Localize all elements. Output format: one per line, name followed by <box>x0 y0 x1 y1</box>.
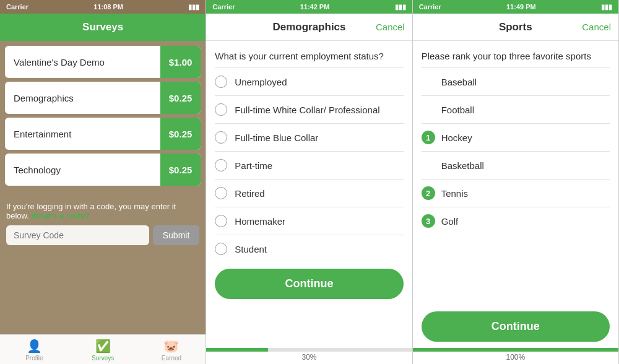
whats-code-link[interactable]: What's a code? <box>32 211 90 220</box>
radio-circle <box>215 187 227 199</box>
tab-earned[interactable]: 🐷 Earned <box>137 339 206 362</box>
continue-button-2[interactable]: Continue <box>215 269 403 299</box>
time-1: 11:08 PM <box>93 3 123 11</box>
rank-label: Basketball <box>441 160 484 171</box>
progress-label-3: 100% <box>413 352 618 364</box>
rank-label: Baseball <box>441 77 477 87</box>
time-3: 11:49 PM <box>506 3 536 11</box>
survey-price: $0.25 <box>160 154 201 186</box>
cancel-button-2[interactable]: Cancel <box>376 22 405 32</box>
nav-bar-3: Sports Cancel <box>413 14 618 41</box>
survey-list-item[interactable]: Demographics$0.25 <box>5 82 201 114</box>
radio-option[interactable]: Retired <box>206 180 412 207</box>
radio-label: Student <box>235 244 267 254</box>
rank-badge: 2 <box>422 186 435 200</box>
survey-list-item[interactable]: Valentine's Day Demo$1.00 <box>5 46 201 78</box>
tab-surveys[interactable]: ✅ Surveys <box>69 339 137 362</box>
radio-label: Part-time <box>235 160 272 171</box>
submit-button[interactable]: Submit <box>153 225 200 245</box>
status-icons-3: ▮▮▮ <box>601 3 612 11</box>
rank-label: Tennis <box>441 188 468 199</box>
nav-title-2: Demographics <box>272 21 345 33</box>
rank-empty <box>422 75 435 89</box>
carrier-1: Carrier <box>6 3 28 11</box>
nav-title-1: Surveys <box>82 21 123 33</box>
rank-option[interactable]: Baseball <box>413 68 618 95</box>
demographics-question: What is your current employment status? <box>206 41 412 67</box>
rank-options-container: BaseballFootball1HockeyBasketball2Tennis… <box>413 68 618 235</box>
radio-option[interactable]: Unemployed <box>206 68 412 95</box>
progress-label-2: 30% <box>206 352 412 364</box>
rank-badge: 1 <box>422 131 435 144</box>
tab-bar: 👤 Profile ✅ Surveys 🐷 Earned <box>0 334 206 364</box>
sports-question: Please rank your top three favorite spor… <box>413 41 618 67</box>
radio-label: Full-time Blue Collar <box>235 132 318 143</box>
radio-option[interactable]: Homemaker <box>206 207 412 235</box>
survey-code-input[interactable] <box>6 225 149 245</box>
earned-icon: 🐷 <box>163 339 179 353</box>
radio-label: Unemployed <box>235 77 287 87</box>
radio-option[interactable]: Part-time <box>206 152 412 179</box>
tab-profile[interactable]: 👤 Profile <box>0 339 69 362</box>
rank-option[interactable]: 1Hockey <box>413 124 618 151</box>
time-2: 11:42 PM <box>300 3 330 11</box>
survey-price: $0.25 <box>160 118 201 150</box>
radio-circle <box>215 131 227 144</box>
radio-option[interactable]: Student <box>206 235 412 262</box>
code-input-row: Submit <box>6 225 199 245</box>
rank-label: Golf <box>441 216 459 227</box>
survey-name: Valentine's Day Demo <box>14 57 105 67</box>
radio-options-2: UnemployedFull-time White Collar/ Profes… <box>206 68 412 262</box>
surveys-screen: Carrier 11:08 PM ▮▮▮ Surveys Valentine's… <box>0 0 206 364</box>
code-section: If you're logging in with a code, you ma… <box>0 194 206 250</box>
rank-option[interactable]: Football <box>413 96 618 123</box>
radio-circle <box>215 103 227 116</box>
surveys-icon: ✅ <box>95 339 111 353</box>
radio-circle <box>215 215 227 227</box>
survey-price: $1.00 <box>160 46 201 78</box>
cancel-button-3[interactable]: Cancel <box>582 22 611 32</box>
survey-name: Demographics <box>14 93 74 103</box>
radio-option[interactable]: Full-time Blue Collar <box>206 124 412 151</box>
survey-price: $0.25 <box>160 82 201 114</box>
status-bar-2: Carrier 11:42 PM ▮▮▮ <box>206 0 412 14</box>
nav-title-3: Sports <box>499 21 532 33</box>
radio-label: Full-time White Collar/ Professional <box>235 105 379 115</box>
tab-surveys-label: Surveys <box>92 355 114 362</box>
radio-label: Retired <box>235 188 264 199</box>
radio-circle <box>215 243 227 255</box>
rank-empty <box>422 103 435 116</box>
carrier-2: Carrier <box>212 3 235 11</box>
rank-option[interactable]: 2Tennis <box>413 180 618 207</box>
survey-list: Valentine's Day Demo$1.00Demographics$0.… <box>0 41 206 194</box>
rank-label: Hockey <box>441 132 472 143</box>
nav-bar-1: Surveys <box>0 14 206 41</box>
survey-list-item[interactable]: Technology$0.25 <box>5 154 201 186</box>
survey-name: Entertainment <box>14 129 71 139</box>
status-icons-2: ▮▮▮ <box>395 3 406 11</box>
radio-circle <box>215 159 227 171</box>
rank-label: Football <box>441 105 474 115</box>
rank-empty <box>422 158 435 172</box>
demographics-screen: Carrier 11:42 PM ▮▮▮ Demographics Cancel… <box>206 0 412 364</box>
status-icons-1: ▮▮▮ <box>188 3 199 11</box>
rank-badge: 3 <box>422 214 435 228</box>
survey-list-item[interactable]: Entertainment$0.25 <box>5 118 201 150</box>
carrier-3: Carrier <box>419 3 441 11</box>
rank-option[interactable]: Basketball <box>413 152 618 179</box>
profile-icon: 👤 <box>27 339 42 353</box>
sports-screen: Carrier 11:49 PM ▮▮▮ Sports Cancel Pleas… <box>413 0 619 364</box>
status-bar-3: Carrier 11:49 PM ▮▮▮ <box>413 0 618 14</box>
status-bar-1: Carrier 11:08 PM ▮▮▮ <box>0 0 206 14</box>
tab-profile-label: Profile <box>25 355 43 362</box>
survey-name: Technology <box>14 165 61 175</box>
rank-option[interactable]: 3Golf <box>413 207 618 235</box>
radio-circle <box>215 76 227 88</box>
tab-earned-label: Earned <box>162 355 181 362</box>
continue-button-3[interactable]: Continue <box>422 311 610 342</box>
radio-label: Homemaker <box>235 216 285 227</box>
nav-bar-2: Demographics Cancel <box>206 14 412 41</box>
radio-option[interactable]: Full-time White Collar/ Professional <box>206 96 412 123</box>
